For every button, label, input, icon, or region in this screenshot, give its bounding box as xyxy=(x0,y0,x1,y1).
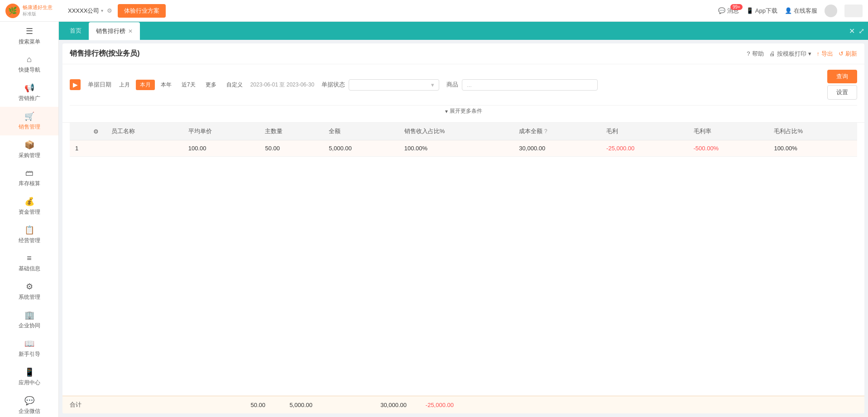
date-tab-7days[interactable]: 近7天 xyxy=(177,80,200,90)
col-amount: 全额 xyxy=(323,123,399,140)
sidebar-item-wechat[interactable]: 💬 企业微信 xyxy=(0,391,58,417)
date-tab-thismonth[interactable]: 本月 xyxy=(136,80,155,90)
ranking-table: ⚙ 员工名称 平均单价 主数量 全额 销售收入占比% 成本全额 ? 毛 xyxy=(70,123,857,157)
expand-more-label: 展开更多条件 xyxy=(450,107,482,115)
sidebar-item-apps[interactable]: 📱 应用中心 xyxy=(0,363,58,391)
marketing-icon: 📢 xyxy=(24,83,34,93)
tab-home-label: 首页 xyxy=(70,27,82,35)
date-tab-lastmonth[interactable]: 上月 xyxy=(115,80,134,90)
tab-home[interactable]: 首页 xyxy=(62,22,89,40)
goods-filter-label: 商品 xyxy=(446,81,458,89)
date-tab-thisyear[interactable]: 本年 xyxy=(157,80,176,90)
tabs-bar-actions: ✕ ⤢ xyxy=(849,27,864,35)
cell-avg-price: 100.00 xyxy=(183,140,260,157)
date-tab-more[interactable]: 更多 xyxy=(201,80,221,90)
logo-area: 🌿 畅康通好生意 标准版 xyxy=(5,4,64,18)
date-tab-custom[interactable]: 自定义 xyxy=(222,80,247,90)
user-avatar[interactable] xyxy=(825,5,837,17)
sidebar-item-sales-label: 销售管理 xyxy=(19,123,40,131)
goods-input[interactable]: ... xyxy=(462,79,598,91)
cell-gross-pct: 100.00% xyxy=(768,140,857,157)
sidebar-item-search-label: 搜索菜单 xyxy=(19,38,40,46)
tab-expand-icon[interactable]: ⤢ xyxy=(858,27,864,35)
cell-settings xyxy=(88,140,106,157)
try-plan-button[interactable]: 体验行业方案 xyxy=(118,4,166,18)
status-filter-label: 单据状态 xyxy=(321,81,345,89)
table-header-row: ⚙ 员工名称 平均单价 主数量 全额 销售收入占比% 成本全额 ? 毛 xyxy=(70,123,857,140)
settings-button[interactable]: 设置 xyxy=(827,85,857,100)
tab-sales-ranking[interactable]: 销售排行榜 ✕ xyxy=(89,22,140,40)
rank-number: 1 xyxy=(75,145,78,152)
cell-cost-amount: 30,000.00 xyxy=(513,140,601,157)
col-rank xyxy=(70,123,88,140)
company-selector[interactable]: XXXXX公司 ▾ xyxy=(68,7,103,15)
col-gross-pct: 毛利占比% xyxy=(768,123,857,140)
query-button[interactable]: 查询 xyxy=(827,70,857,83)
help-button[interactable]: ? 帮助 xyxy=(747,50,763,58)
sidebar-item-inventory-label: 库存核算 xyxy=(19,180,40,187)
page-header: 销售排行榜(按业务员) ? 帮助 🖨 按模板打印 ▾ ↑ xyxy=(62,43,864,64)
refresh-button[interactable]: ↺ 刷新 xyxy=(839,50,857,58)
sidebar-item-marketing[interactable]: 📢 营销推广 xyxy=(0,78,58,107)
company-dropdown-icon[interactable]: ▾ xyxy=(101,8,103,13)
page-content: 销售排行榜(按业务员) ? 帮助 🖨 按模板打印 ▾ ↑ xyxy=(62,43,864,413)
col-avg-price: 平均单价 xyxy=(183,123,260,140)
col-settings-icon[interactable]: ⚙ xyxy=(93,128,99,135)
col-settings[interactable]: ⚙ xyxy=(88,123,106,140)
filter-bar: ▶ 单据日期 上月 本月 本年 近7天 更多 自定义 xyxy=(62,64,864,123)
export-button[interactable]: ↑ 导出 xyxy=(817,50,834,58)
status-filter: 单据状态 ▾ xyxy=(321,79,439,91)
footer-total-label: 合计 xyxy=(70,401,106,409)
tabs-bar: 首页 销售排行榜 ✕ ✕ ⤢ xyxy=(59,22,868,40)
filter-expand-arrow[interactable]: ▶ xyxy=(70,79,81,90)
topbar-settings-icon[interactable]: ⚙ xyxy=(107,7,112,14)
sidebar-item-enterprise[interactable]: 🏢 企业协同 xyxy=(0,306,58,334)
purchase-icon: 📦 xyxy=(24,140,34,150)
footer-qty: 50.00 xyxy=(229,402,265,408)
service-label: 在线客服 xyxy=(794,7,817,15)
sidebar-item-guide[interactable]: 📖 新手引导 xyxy=(0,334,58,363)
sidebar-item-finance[interactable]: 💰 资金管理 xyxy=(0,192,58,220)
sidebar-item-search[interactable]: ☰ 搜索菜单 xyxy=(0,22,58,50)
online-service-button[interactable]: 👤 在线客服 xyxy=(785,7,817,15)
date-filter: 单据日期 上月 本月 本年 近7天 更多 自定义 2023-06-01 至 20… xyxy=(88,80,314,90)
message-icon: 💬 xyxy=(718,7,725,14)
col-gross-profit: 毛利 xyxy=(601,123,688,140)
tab-close-icon[interactable]: ✕ xyxy=(128,28,133,34)
tab-close-window-icon[interactable]: ✕ xyxy=(849,27,855,35)
print-button[interactable]: 🖨 按模板打印 ▾ xyxy=(769,50,811,58)
print-icon: 🖨 xyxy=(769,50,775,57)
sidebar-item-sales[interactable]: 🛒 销售管理 xyxy=(0,107,58,135)
sidebar-item-operation[interactable]: 📋 经营管理 xyxy=(0,220,58,249)
sidebar-item-basic-label: 基础信息 xyxy=(19,265,40,273)
sidebar-item-basic[interactable]: ≡ 基础信息 xyxy=(0,249,58,277)
filter-actions: 查询 设置 xyxy=(827,70,857,100)
filter-row-1: ▶ 单据日期 上月 本月 本年 近7天 更多 自定义 xyxy=(70,70,857,100)
table-footer: 合计 50.00 5,000.00 30,000.00 -25,000.00 xyxy=(62,396,864,413)
table-container: ⚙ 员工名称 平均单价 主数量 全额 销售收入占比% 成本全额 ? 毛 xyxy=(62,123,864,396)
table-row: 1 100.00 50.00 5,000.00 100.00% 30,000.0… xyxy=(70,140,857,157)
logo-sub: 标准版 xyxy=(23,11,53,17)
print-dropdown-icon[interactable]: ▾ xyxy=(808,50,811,57)
print-label: 按模板打印 xyxy=(777,50,806,58)
finance-icon: 💰 xyxy=(24,197,34,206)
status-select-dropdown-icon: ▾ xyxy=(431,81,434,88)
message-button[interactable]: 💬 消息 99+ xyxy=(718,7,739,15)
wechat-icon: 💬 xyxy=(24,396,34,406)
cell-amount: 5,000.00 xyxy=(323,140,399,157)
system-icon: ⚙ xyxy=(26,282,33,292)
sidebar-item-inventory[interactable]: 🗃 库存核算 xyxy=(0,164,58,192)
status-select[interactable]: ▾ xyxy=(349,79,439,91)
expand-more-button[interactable]: ▾ 展开更多条件 xyxy=(70,105,857,117)
footer-amount: 5,000.00 xyxy=(276,402,312,408)
app-download-button[interactable]: 📱 App下载 xyxy=(746,7,777,15)
footer-gross-profit: -25,000.00 xyxy=(417,402,454,408)
sidebar-item-system[interactable]: ⚙ 系统管理 xyxy=(0,277,58,306)
sidebar-item-purchase[interactable]: 📦 采购管理 xyxy=(0,135,58,164)
cell-sales-pct: 100.00% xyxy=(399,140,514,157)
sidebar-item-quicknav[interactable]: ⌂ 快捷导航 xyxy=(0,50,58,78)
page-header-actions: ? 帮助 🖨 按模板打印 ▾ ↑ 导出 ↺ xyxy=(747,50,857,58)
sidebar-item-marketing-label: 营销推广 xyxy=(19,95,40,102)
cost-help-icon[interactable]: ? xyxy=(544,128,547,134)
sidebar-item-quicknav-label: 快捷导航 xyxy=(19,66,40,74)
